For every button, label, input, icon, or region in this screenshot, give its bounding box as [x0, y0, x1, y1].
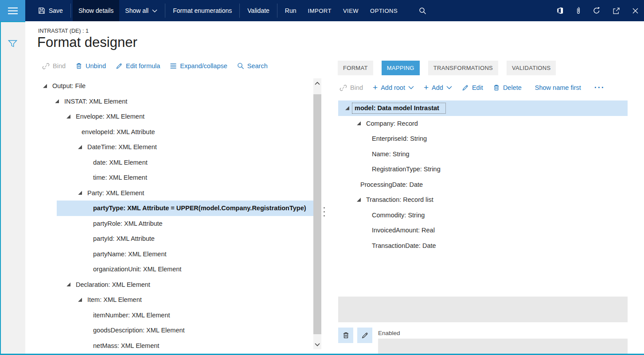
add-root-button[interactable]: + Add root — [373, 84, 414, 92]
tree-node-output-file[interactable]: Output: File — [37, 78, 314, 94]
options-label: OPTIONS — [370, 8, 398, 14]
expand-collapse-button[interactable]: Expand/collapse — [170, 62, 227, 69]
office-logo-icon[interactable] — [556, 7, 564, 15]
plus-icon: + — [373, 83, 378, 92]
tree-node-envelopeid[interactable]: envelopeId: XML Attribute — [37, 124, 314, 140]
unbind-label: Unbind — [86, 62, 106, 69]
more-options-button[interactable]: ··· — [594, 83, 605, 93]
list-icon — [170, 62, 177, 69]
data-model-tree: model: Data model Intrastat Company: Rec… — [338, 100, 628, 253]
collapse-triangle-icon[interactable] — [78, 145, 82, 149]
tree-node-netmass[interactable]: netMass: XML Element — [37, 338, 314, 354]
import-label: IMPORT — [308, 8, 332, 14]
format-structure-tree: Output: File INSTAT: XML Element Envelop… — [37, 78, 314, 353]
run-label: Run — [285, 7, 297, 14]
tab-mapping[interactable]: MAPPING — [382, 61, 420, 75]
tab-validations[interactable]: VALIDATIONS — [507, 61, 556, 75]
ellipsis-icon: ··· — [594, 83, 605, 93]
tree-node-item[interactable]: Item: XML Element — [37, 292, 314, 308]
model-node-registrationtype[interactable]: RegistrationType: String — [338, 162, 628, 177]
model-node-name[interactable]: Name: String — [338, 147, 628, 162]
close-icon[interactable] — [632, 8, 639, 14]
edit-record-button[interactable] — [357, 328, 372, 343]
tree-node-party[interactable]: Party: XML Element — [37, 185, 314, 201]
scroll-up-icon[interactable] — [314, 81, 321, 85]
collapse-triangle-icon[interactable] — [357, 198, 361, 202]
tab-transformations[interactable]: TRANSFORMATIONS — [428, 61, 498, 75]
hamburger-icon — [8, 7, 18, 15]
validate-button[interactable]: Validate — [242, 0, 275, 21]
trash-icon — [342, 332, 350, 339]
tree-node-partyrole[interactable]: partyRole: XML Attribute — [37, 216, 314, 232]
collapse-triangle-icon[interactable] — [78, 191, 82, 195]
menu-options[interactable]: OPTIONS — [364, 0, 403, 21]
collapse-triangle-icon[interactable] — [55, 99, 59, 103]
navbar-separator — [165, 4, 165, 18]
pane-splitter-handle[interactable] — [323, 207, 325, 219]
model-node-commodity[interactable]: Commodity: String — [338, 208, 628, 223]
scroll-down-icon[interactable] — [314, 343, 321, 347]
edit-formula-button[interactable]: Edit formula — [116, 62, 160, 69]
navbar-separator — [277, 4, 277, 18]
bind-button[interactable]: Bind — [42, 62, 66, 70]
save-button[interactable]: Save — [32, 0, 69, 21]
add-button[interactable]: + Add — [424, 84, 452, 92]
show-name-first-button[interactable]: Show name first — [535, 84, 581, 91]
collapse-triangle-icon[interactable] — [357, 121, 361, 125]
tree-node-declaration[interactable]: Declaration: XML Element — [37, 277, 314, 293]
tree-node-time[interactable]: time: XML Element — [37, 170, 314, 185]
model-node-transactiondate[interactable]: TransactionDate: Date — [338, 238, 628, 254]
refresh-icon[interactable] — [593, 7, 601, 15]
hamburger-menu-button[interactable] — [0, 0, 25, 21]
attach-icon[interactable] — [576, 7, 581, 15]
collapse-triangle-icon[interactable] — [78, 298, 82, 302]
unbind-button[interactable]: Unbind — [75, 62, 106, 69]
tree-node-partytype-selected[interactable]: partyType: XML Attribute = UPPER(model.C… — [37, 201, 314, 216]
model-node-processingdate[interactable]: ProcessingDate: Date — [338, 177, 628, 193]
tree-node-goodsdescription[interactable]: goodsDescription: XML Element — [37, 323, 314, 338]
tree-node-instat[interactable]: INSTAT: XML Element — [37, 94, 314, 109]
tree-node-organizationunit[interactable]: organizationUnit: XML Element — [37, 262, 314, 277]
menu-view[interactable]: VIEW — [337, 0, 364, 21]
collapse-triangle-icon[interactable] — [345, 106, 349, 110]
collapse-triangle-icon[interactable] — [66, 115, 70, 119]
scrollbar-thumb[interactable] — [313, 94, 321, 334]
chevron-down-icon — [152, 9, 157, 12]
show-details-button[interactable]: Show details — [73, 0, 119, 21]
search-button[interactable] — [413, 0, 432, 21]
collapse-triangle-icon[interactable] — [43, 84, 47, 88]
edit-formula-label: Edit formula — [126, 62, 160, 69]
left-sidebar — [0, 21, 25, 354]
tree-node-partyid[interactable]: partyId: XML Attribute — [37, 231, 314, 247]
popout-icon[interactable] — [613, 7, 620, 15]
model-node-company[interactable]: Company: Record — [338, 116, 628, 131]
model-node-invoicedamount[interactable]: InvoicedAmount: Real — [338, 223, 628, 238]
delete-record-button[interactable] — [338, 328, 353, 343]
tree-node-envelope[interactable]: Envelope: XML Element — [37, 109, 314, 124]
tree-node-date[interactable]: date: XML Element — [37, 155, 314, 170]
model-node-enterpriseid[interactable]: EnterpriseId: String — [338, 131, 628, 147]
model-node-transaction[interactable]: Transaction: Record list — [338, 192, 628, 208]
tree-node-itemnumber[interactable]: itemNumber: XML Element — [37, 308, 314, 323]
mapping-toolbar: Bind + Add root + Add Edit Delete Show n… — [340, 81, 605, 94]
edit-button[interactable]: Edit — [462, 84, 483, 91]
model-node-root-selected[interactable]: model: Data model Intrastat — [338, 100, 628, 116]
delete-button[interactable]: Delete — [493, 84, 522, 91]
trash-icon — [493, 84, 500, 91]
tree-node-partyname[interactable]: partyName: XML Element — [37, 247, 314, 262]
collapse-triangle-icon[interactable] — [66, 282, 70, 286]
filter-icon[interactable] — [8, 40, 17, 47]
enabled-field[interactable] — [378, 339, 628, 354]
show-all-button[interactable]: Show all — [119, 0, 163, 21]
search-tree-label: Search — [247, 62, 268, 69]
bind-button-right[interactable]: Bind — [340, 84, 363, 92]
tree-node-datetime[interactable]: DateTime: XML Element — [37, 139, 314, 155]
bind-label: Bind — [350, 84, 363, 91]
tree-scrollbar[interactable] — [313, 78, 321, 349]
run-button[interactable]: Run — [279, 0, 302, 21]
format-enumerations-button[interactable]: Format enumerations — [167, 0, 238, 21]
mapping-tabs: FORMAT MAPPING TRANSFORMATIONS VALIDATIO… — [338, 61, 564, 75]
menu-import[interactable]: IMPORT — [302, 0, 337, 21]
search-tree-button[interactable]: Search — [237, 62, 268, 69]
tab-format[interactable]: FORMAT — [338, 61, 373, 75]
